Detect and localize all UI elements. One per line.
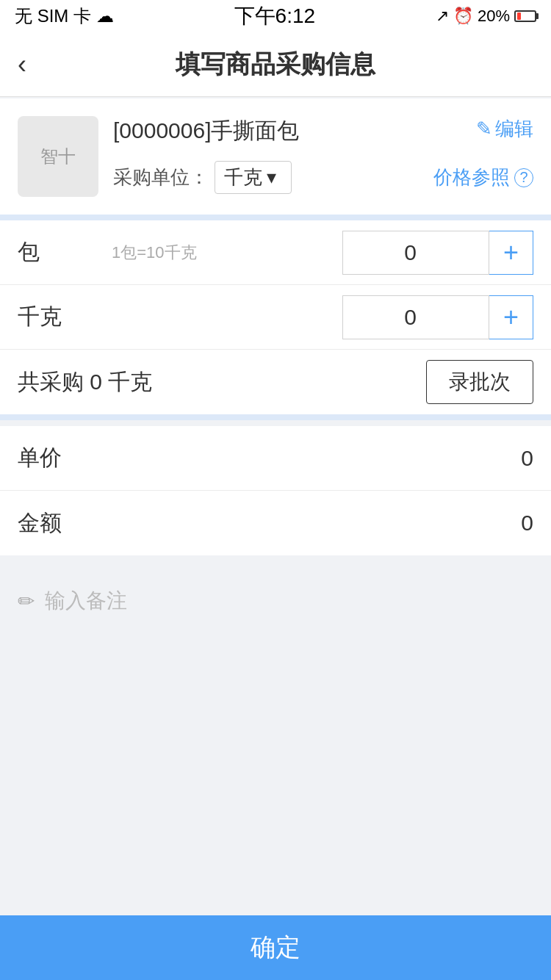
page-title: 填写商品采购信息 [176, 48, 375, 82]
nav-bar: ‹ 填写商品采购信息 [0, 32, 551, 97]
bag-input-group: + [342, 231, 533, 275]
form-section: 包 1包=10千克 + 千克 + [0, 220, 551, 350]
kg-quantity-input[interactable] [342, 295, 489, 339]
total-label: 共采购 0 千克 [18, 367, 152, 397]
unit-value: 千克 [224, 165, 262, 190]
bag-sublabel: 1包=10千克 [112, 242, 197, 264]
bag-quantity-row: 包 1包=10千克 + [0, 220, 551, 285]
product-header: [0000006]手撕面包 ✎ 编辑 [113, 116, 533, 146]
status-bar: 无 SIM 卡 ☁ 下午6:12 ↗ ⏰ 20% [0, 0, 551, 32]
edit-button[interactable]: ✎ 编辑 [476, 116, 533, 142]
status-right: ↗ ⏰ 20% [436, 7, 536, 26]
pencil-icon: ✏ [18, 589, 35, 613]
price-section: 单价 0 金额 0 [0, 426, 551, 555]
total-amount: 0 [90, 370, 102, 394]
battery-percent: 20% [478, 7, 510, 26]
notes-section[interactable]: ✏ 输入备注 [0, 557, 551, 645]
record-batch-button[interactable]: 录批次 [426, 360, 533, 404]
location-icon: ↗ [436, 7, 449, 26]
status-time: 下午6:12 [234, 2, 316, 30]
notes-placeholder: 输入备注 [45, 587, 127, 615]
product-card: 智十 [0000006]手撕面包 ✎ 编辑 采购单位： 千克 ▾ [0, 98, 551, 215]
product-unit-row: 采购单位： 千克 ▾ 价格参照 ? [113, 161, 533, 194]
unit-prefix: 采购单位： [113, 166, 209, 188]
kg-label: 千克 [18, 302, 106, 332]
dropdown-arrow-icon: ▾ [267, 166, 276, 189]
confirm-button[interactable]: 确定 [0, 915, 551, 980]
product-info: [0000006]手撕面包 ✎ 编辑 采购单位： 千克 ▾ 价格参照 ? [113, 116, 533, 194]
battery-icon [514, 10, 536, 22]
sim-status: 无 SIM 卡 ☁ [15, 4, 114, 28]
edit-label: 编辑 [495, 116, 533, 142]
info-icon: ? [514, 168, 533, 187]
alarm-icon: ⏰ [453, 7, 473, 26]
section-divider-2 [0, 414, 551, 420]
price-ref-label: 价格参照 [433, 165, 510, 190]
kg-quantity-row: 千克 + [0, 285, 551, 350]
amount-value: 0 [521, 511, 533, 536]
kg-plus-button[interactable]: + [489, 295, 533, 339]
amount-label: 金额 [18, 508, 62, 538]
bag-quantity-input[interactable] [342, 231, 489, 275]
kg-input-group: + [342, 295, 533, 339]
section-divider [0, 215, 551, 220]
total-row: 共采购 0 千克 录批次 [0, 350, 551, 414]
back-button[interactable]: ‹ [18, 49, 26, 80]
unit-dropdown[interactable]: 千克 ▾ [215, 161, 292, 194]
content-spacer [0, 645, 551, 895]
product-thumbnail: 智十 [18, 116, 98, 197]
product-name: [0000006]手撕面包 [113, 116, 476, 146]
bag-plus-button[interactable]: + [489, 231, 533, 275]
unit-price-label: 单价 [18, 443, 62, 473]
unit-price-row: 单价 0 [0, 426, 551, 491]
price-reference-button[interactable]: 价格参照 ? [433, 165, 533, 190]
bag-label: 包 [18, 237, 106, 267]
unit-selector: 采购单位： 千克 ▾ [113, 161, 292, 194]
edit-icon: ✎ [476, 118, 492, 140]
status-left: 无 SIM 卡 ☁ [15, 4, 114, 28]
unit-price-value: 0 [521, 446, 533, 471]
amount-row: 金额 0 [0, 491, 551, 555]
